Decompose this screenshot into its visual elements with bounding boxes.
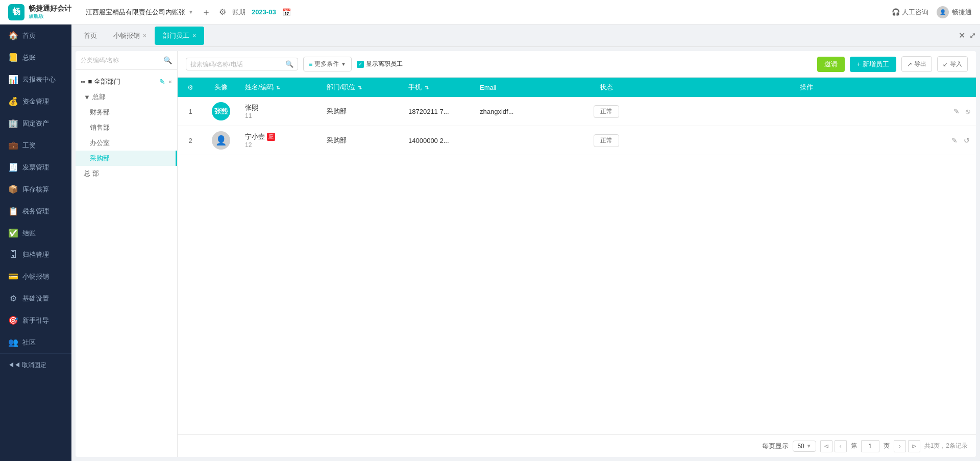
assets-icon: 🏢 — [8, 118, 18, 128]
sidebar-item-tax[interactable]: 📋 税务管理 — [0, 200, 71, 222]
add-employee-button[interactable]: + 新增员工 — [850, 57, 896, 72]
dept-all-label: ■ 全部部门 — [88, 77, 157, 86]
dept-edit-icon[interactable]: ✎ — [159, 78, 165, 86]
company-name: 江西服宝精品有限责任公司内账张 — [86, 8, 185, 17]
sidebar-item-guide[interactable]: 🎯 新手引导 — [0, 309, 71, 331]
user-area[interactable]: 👤 畅捷通 — [937, 6, 972, 18]
show-resigned-toggle[interactable]: ✓ 显示离职员工 — [357, 60, 403, 68]
sidebar-item-salary[interactable]: 💼 工资 — [0, 134, 71, 156]
app-sub: 旗舰版 — [29, 13, 71, 20]
tab-label: 部门员工 — [163, 31, 189, 40]
sidebar-item-invoice[interactable]: 🧾 发票管理 — [0, 156, 71, 178]
edit-icon[interactable]: ✎ — [953, 107, 960, 115]
dept-child-sales[interactable]: 销售部 — [76, 120, 177, 135]
support-button[interactable]: 🎧 人工咨询 — [892, 8, 928, 17]
left-panel: 🔍 ▪▪ ■ 全部部门 ✎ « ▼ 总部 财务部 — [76, 51, 178, 457]
export-icon: ↗ — [907, 61, 912, 68]
phone-cell: 14000000 2... — [402, 126, 474, 155]
tab-bar-actions: ✕ ⤢ — [959, 31, 976, 40]
employee-name: 张熙 — [245, 103, 314, 112]
chevron-down-icon: ▼ — [188, 9, 193, 15]
dept-tree: ▪▪ ■ 全部部门 ✎ « ▼ 总部 财务部 销售部 办公室 采购部 — [76, 70, 177, 457]
search-input[interactable] — [190, 61, 283, 68]
sidebar-item-more[interactable]: 👥 社区 — [0, 331, 71, 353]
export-button[interactable]: ↗ 导出 — [901, 56, 932, 72]
col-settings[interactable]: ⚙ — [178, 78, 203, 97]
dept-grid-icon: ▪▪ — [81, 78, 85, 85]
tab-label: 首页 — [84, 31, 97, 40]
refresh-icon[interactable]: ↺ — [964, 136, 970, 144]
expense-icon: 💳 — [8, 272, 18, 281]
sidebar-item-funds[interactable]: 💰 资金管理 — [0, 90, 71, 112]
ledger-icon: 📒 — [8, 53, 18, 62]
col-phone[interactable]: 手机 ⇅ — [402, 78, 474, 97]
dept-child-finance[interactable]: 财务部 — [76, 105, 177, 120]
dept-child-office[interactable]: 办公室 — [76, 135, 177, 151]
unpin-button[interactable]: ◀◀ 取消固定 — [0, 358, 71, 373]
sidebar-item-close[interactable]: ✅ 结账 — [0, 222, 71, 244]
tab-home[interactable]: 首页 — [76, 27, 105, 45]
email-cell: zhangxidf... — [474, 97, 576, 126]
top-header: 畅 畅捷通好会计 旗舰版 江西服宝精品有限责任公司内账张 ▼ ＋ ⚙ 账期 20… — [0, 0, 980, 25]
dept-all-header[interactable]: ▪▪ ■ 全部部门 ✎ « — [76, 74, 177, 89]
sidebar-item-settings[interactable]: ⚙ 基础设置 — [0, 287, 71, 309]
invite-button[interactable]: 邀请 — [817, 57, 845, 72]
row-num: 1 — [178, 97, 203, 126]
tab-label: 小畅报销 — [113, 31, 140, 40]
col-name[interactable]: 姓名/编码 ⇅ — [239, 78, 321, 97]
page-input[interactable] — [861, 440, 879, 452]
dept-child-purchase[interactable]: 采购部 — [76, 151, 177, 166]
logout-icon[interactable]: ⎋ — [966, 107, 970, 115]
minimize-button[interactable]: ✕ — [959, 31, 965, 40]
dept-triangle-icon: ▼ — [84, 93, 90, 101]
tab-close-icon[interactable]: × — [143, 32, 146, 39]
dept-search-input[interactable] — [81, 57, 161, 64]
avatar-cell: 👤 — [203, 126, 239, 155]
community-icon: 👥 — [8, 337, 18, 347]
sidebar-bottom: ◀◀ 取消固定 — [0, 353, 71, 377]
per-page-chevron-icon: ▼ — [806, 443, 812, 449]
sidebar-item-inventory[interactable]: 📦 库存核算 — [0, 178, 71, 200]
edit-icon[interactable]: ✎ — [951, 136, 958, 144]
reports-icon: 📊 — [8, 75, 18, 84]
per-page-select[interactable]: 50 ▼ — [793, 441, 816, 452]
sidebar-item-reports[interactable]: 📊 云报表中心 — [0, 68, 71, 90]
avatar-placeholder-icon: 👤 — [215, 135, 227, 146]
settings-icon[interactable]: ⚙ — [219, 7, 226, 17]
status-cell: 正常 — [576, 126, 637, 155]
dept-search-icon[interactable]: 🔍 — [163, 56, 172, 64]
employee-table: ⚙ 头像 姓名/编码 ⇅ 部门/职位 ⇅ 手机 ⇅ — [178, 78, 976, 155]
tab-expense[interactable]: 小畅报销 × — [105, 27, 155, 45]
tab-dept-employee[interactable]: 部门员工 × — [155, 27, 204, 45]
sidebar-item-general-ledger[interactable]: 📒 总账 — [0, 46, 71, 68]
tab-close-active-icon[interactable]: × — [192, 32, 196, 39]
col-dept[interactable]: 部门/职位 ⇅ — [321, 78, 402, 97]
first-page-button[interactable]: ⊲ — [820, 440, 832, 452]
page-nav: ⊲ ‹ 第 页 › ⊳ — [820, 440, 920, 452]
sidebar-item-label: 社区 — [22, 338, 36, 347]
gear-icon: ⚙ — [8, 294, 18, 303]
prev-page-button[interactable]: ‹ — [835, 440, 847, 452]
dept-parent-head: ▼ 总部 — [76, 89, 177, 105]
company-selector[interactable]: 江西服宝精品有限责任公司内账张 ▼ — [86, 8, 193, 17]
add-tab-button[interactable]: ＋ — [202, 6, 211, 18]
last-page-button[interactable]: ⊳ — [908, 440, 920, 452]
import-button[interactable]: ↙ 导入 — [937, 56, 968, 72]
sidebar-item-fixed-assets[interactable]: 🏢 固定资产 — [0, 112, 71, 134]
avatar-cell: 张熙 — [203, 97, 239, 126]
sidebar-item-xiaochang[interactable]: 💳 小畅报销 — [0, 265, 71, 287]
sidebar-item-archive[interactable]: 🗄 归档管理 — [0, 244, 71, 265]
maximize-button[interactable]: ⤢ — [969, 31, 976, 40]
unpin-label: ◀◀ 取消固定 — [8, 361, 46, 370]
dept-child-hq[interactable]: 总 部 — [76, 166, 177, 181]
export-label: 导出 — [914, 60, 926, 68]
name-cell: 张熙 11 — [239, 97, 321, 126]
sidebar-item-home[interactable]: 🏠 首页 — [0, 25, 71, 46]
dept-collapse-icon[interactable]: « — [168, 78, 172, 85]
next-page-button[interactable]: › — [894, 440, 906, 452]
filter-button[interactable]: ≡ 更多条件 ▼ — [303, 57, 352, 71]
search-icon[interactable]: 🔍 — [285, 60, 293, 68]
action-cell: ✎ ↺ — [637, 126, 976, 155]
calendar-icon[interactable]: 📅 — [282, 8, 291, 16]
app-title: 畅捷通好会计 — [29, 4, 71, 13]
